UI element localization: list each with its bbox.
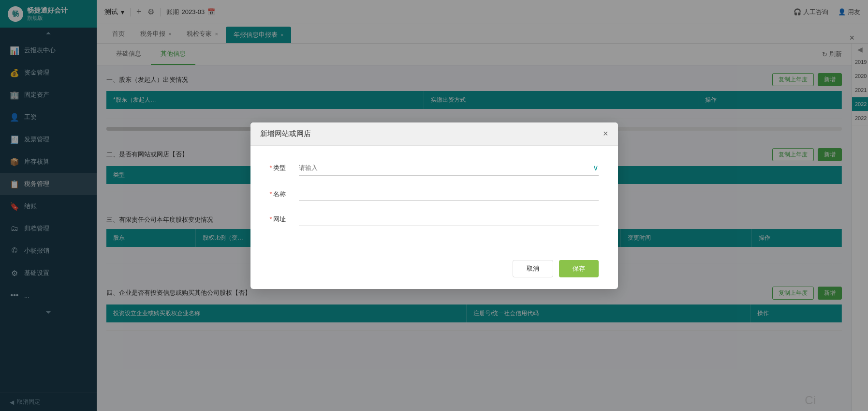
dialog-footer: 取消 保存 — [250, 252, 618, 289]
dialog-title: 新增网站或网店 — [260, 129, 311, 138]
dialog-cancel-button[interactable]: 取消 — [513, 260, 553, 277]
dialog-save-button[interactable]: 保存 — [559, 260, 599, 277]
dialog-url-input[interactable] — [299, 213, 599, 226]
dialog-field-name: *名称 — [270, 187, 599, 201]
dialog-type-input[interactable] — [299, 164, 593, 171]
dialog-field-type: *类型 ∨ — [270, 160, 599, 176]
dialog-close-button[interactable]: × — [603, 129, 608, 138]
modal-overlay[interactable]: 新增网站或网店 × *类型 ∨ *名称 — [0, 0, 868, 411]
dialog-url-label: *网址 — [270, 215, 299, 224]
dialog-url-input-wrapper — [299, 213, 599, 226]
dialog-name-label: *名称 — [270, 190, 299, 198]
add-website-dialog: 新增网站或网店 × *类型 ∨ *名称 — [250, 122, 618, 289]
dialog-type-select-wrapper[interactable]: ∨ — [299, 160, 599, 176]
dialog-type-chevron-icon: ∨ — [593, 163, 599, 172]
dialog-name-input[interactable] — [299, 187, 599, 200]
dialog-header: 新增网站或网店 × — [250, 122, 618, 146]
dialog-name-input-wrapper — [299, 187, 599, 201]
dialog-type-label: *类型 — [270, 164, 299, 172]
dialog-body: *类型 ∨ *名称 *网址 — [250, 146, 618, 252]
dialog-field-url: *网址 — [270, 213, 599, 226]
